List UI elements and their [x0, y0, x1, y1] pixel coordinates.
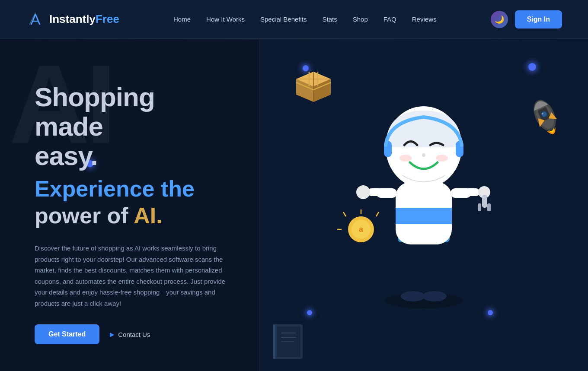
- svg-point-24: [356, 185, 370, 199]
- nav-faq[interactable]: FAQ: [383, 16, 396, 23]
- svg-point-17: [401, 291, 425, 301]
- logo-icon: [26, 10, 45, 29]
- nav-links: Home How It Works Special Benefits Stats…: [173, 16, 436, 23]
- glow-dot-3: [528, 63, 536, 71]
- contact-us-label: Contact Us: [118, 331, 150, 338]
- nav-shop[interactable]: Shop: [353, 16, 368, 23]
- hero-title-main: Shopping made easy.: [35, 82, 233, 171]
- svg-rect-21: [396, 208, 452, 224]
- svg-rect-49: [273, 324, 275, 359]
- hero-description: Discover the future of shopping as AI wo…: [35, 243, 233, 309]
- theme-toggle-button[interactable]: 🌙: [491, 11, 508, 28]
- package-icon: [294, 70, 333, 106]
- nav-stats[interactable]: Stats: [323, 16, 337, 23]
- sign-in-button[interactable]: Sign In: [515, 10, 562, 29]
- svg-text:a: a: [359, 225, 364, 234]
- nav-how-it-works[interactable]: How It Works: [206, 16, 245, 23]
- glow-dot-4: [307, 310, 312, 315]
- hero-actions: Get Started ▶ Contact Us: [35, 324, 233, 344]
- nav-right: 🌙 Sign In: [491, 10, 562, 29]
- robot-illustration: a: [337, 61, 510, 313]
- svg-line-30: [376, 212, 379, 216]
- svg-rect-35: [482, 195, 487, 208]
- nav-home[interactable]: Home: [173, 16, 191, 23]
- svg-line-28: [343, 212, 346, 216]
- svg-rect-37: [487, 203, 491, 211]
- hero-title-accent: Experience the power of AI.: [35, 175, 233, 229]
- contact-arrow-icon: ▶: [110, 331, 115, 338]
- book-icon: [272, 322, 305, 363]
- navbar: InstantlyFree Home How It Works Special …: [0, 0, 588, 39]
- svg-rect-36: [478, 203, 481, 211]
- svg-point-43: [422, 153, 425, 157]
- svg-point-41: [399, 155, 412, 162]
- svg-rect-33: [465, 188, 480, 196]
- hero-section: AI Shopping made easy. Experience the po…: [0, 39, 588, 371]
- nav-reviews[interactable]: Reviews: [412, 16, 437, 23]
- nav-special-benefits[interactable]: Special Benefits: [260, 16, 307, 23]
- logo-text: InstantlyFree: [49, 13, 119, 26]
- get-started-button[interactable]: Get Started: [35, 324, 99, 344]
- hero-right-panel: a: [259, 39, 588, 371]
- logo[interactable]: InstantlyFree: [26, 10, 119, 29]
- hero-title-block: Shopping made easy. Experience the power…: [35, 82, 233, 229]
- moon-icon: 🌙: [495, 15, 504, 24]
- hero-left-panel: AI Shopping made easy. Experience the po…: [0, 39, 259, 371]
- svg-point-42: [436, 155, 448, 162]
- rocket-icon: [513, 84, 581, 156]
- svg-point-18: [422, 291, 447, 301]
- contact-us-link[interactable]: ▶ Contact Us: [110, 331, 150, 338]
